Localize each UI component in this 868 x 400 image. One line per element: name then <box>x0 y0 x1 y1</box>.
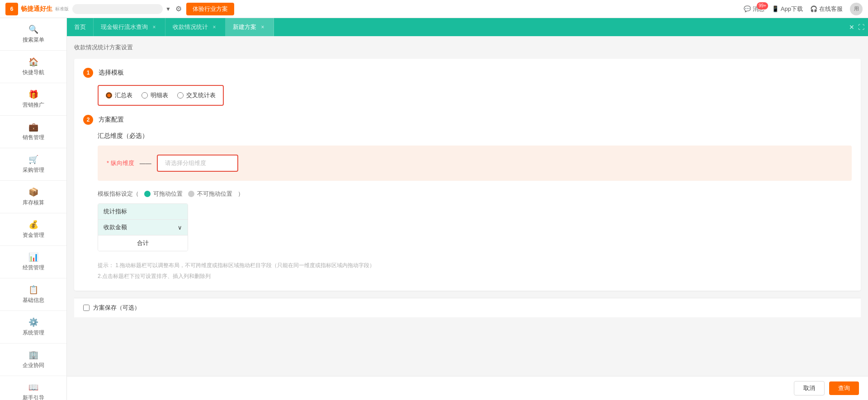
metrics-title-end: ） <box>238 190 244 198</box>
logo-icon: 6 <box>5 3 18 15</box>
top-header: 6 畅捷通好生 标准版 ▼ ⚙ 体验行业方案 💬 消息 99+ 📱 App下载 … <box>0 0 868 18</box>
metric-label-1: 合计 <box>137 240 149 246</box>
sidebar-item-search[interactable]: 🔍 搜索菜单 <box>0 18 66 51</box>
page-content: 收款情况统计方案设置 1 选择模板 汇总表 <box>67 36 868 376</box>
radio-summary[interactable]: 汇总表 <box>106 91 132 99</box>
download-label: App下载 <box>781 5 803 13</box>
sidebar-label-finance: 资金管理 <box>23 231 44 239</box>
sidebar-item-system[interactable]: ⚙️ 系统管理 <box>0 311 66 344</box>
radio-cross-input[interactable] <box>177 92 184 99</box>
step1-number: 1 <box>83 68 93 78</box>
template-section: 汇总表 明细表 交叉统计表 <box>98 85 224 106</box>
dimension-select[interactable]: 请选择分组维度 <box>157 155 238 172</box>
metrics-col-header: 统计指标 <box>98 204 188 220</box>
dimension-row: * 纵向维度 —— 请选择分组维度 <box>107 155 843 172</box>
system-icon: ⚙️ <box>28 317 38 327</box>
radio-summary-input[interactable] <box>106 92 112 99</box>
metrics-header: 模板指标设定（ 可拖动位置 不可拖动位置 ） <box>98 190 852 198</box>
step2-label: 方案配置 <box>99 116 124 124</box>
sales-icon: 💼 <box>28 122 38 132</box>
draggable-toggle: 可拖动位置 <box>144 190 183 198</box>
draggable-label: 可拖动位置 <box>153 190 183 198</box>
gear-button[interactable]: ⚙ <box>174 3 184 15</box>
sidebar-item-guide[interactable]: 📖 新手引导 <box>0 376 66 400</box>
metrics-config: 模板指标设定（ 可拖动位置 不可拖动位置 ） <box>98 190 852 253</box>
save-checkbox[interactable] <box>83 305 90 311</box>
logo-text: 畅捷通好生 <box>21 5 52 13</box>
radio-detail[interactable]: 明细表 <box>142 91 168 99</box>
download-icon: 📱 <box>772 5 779 12</box>
management-icon: 📊 <box>28 252 38 262</box>
sidebar-item-purchase[interactable]: 🛒 采购管理 <box>0 148 66 181</box>
message-icon: 💬 <box>744 5 751 12</box>
download-item[interactable]: 📱 App下载 <box>772 5 803 13</box>
search-dropdown-icon[interactable]: ▼ <box>165 6 171 12</box>
dimension-arrow: —— <box>140 160 151 167</box>
service-icon: 🎧 <box>810 5 817 12</box>
tab-receipts-label: 收款情况统计 <box>173 23 208 31</box>
service-label: 在线客服 <box>819 5 843 13</box>
save-section: 方案保存（可选） <box>74 298 861 317</box>
sidebar-label-search: 搜索菜单 <box>23 36 44 44</box>
tip-2: 2.点击标题栏下拉可设置排序、插入列和删除列 <box>98 271 852 282</box>
dimension-area: * 纵向维度 —— 请选择分组维度 <box>98 146 852 181</box>
metrics-item-0[interactable]: 收款金额 ∨ <box>98 220 188 235</box>
notifications-item[interactable]: 💬 消息 99+ <box>744 5 764 13</box>
user-avatar[interactable]: 用 <box>850 3 863 15</box>
marketing-icon: 🎁 <box>28 89 38 99</box>
radio-summary-label: 汇总表 <box>115 91 132 99</box>
radio-detail-input[interactable] <box>142 92 148 99</box>
sidebar-item-finance[interactable]: 💰 资金管理 <box>0 213 66 246</box>
sidebar-item-marketing[interactable]: 🎁 营销推广 <box>0 83 66 116</box>
step1-label: 选择模板 <box>99 69 124 77</box>
search-input[interactable] <box>72 4 163 14</box>
tab-cashflow[interactable]: 现金银行流水查询 × <box>94 18 165 36</box>
dimension-title: 汇总维度（必选） <box>98 132 852 140</box>
edition-label: 标准版 <box>55 6 69 12</box>
sidebar-label-purchase: 采购管理 <box>23 166 44 174</box>
sidebar-label-management: 经营管理 <box>23 264 44 272</box>
tip-1: 提示： 1.拖动标题栏可以调整布局，不可跨维度或指标区域拖动栏目字段（只能在同一… <box>98 260 852 271</box>
sidebar-item-enterprise[interactable]: 🏢 企业协同 <box>0 344 66 376</box>
tab-new-plan-close[interactable]: × <box>259 24 266 31</box>
vertical-dim-label: * 纵向维度 <box>107 159 134 167</box>
page-scroll-area: 收款情况统计方案设置 1 选择模板 汇总表 <box>67 36 868 400</box>
search-icon: 🔍 <box>28 24 38 34</box>
sidebar-label-sales: 销售管理 <box>23 134 44 141</box>
basics-icon: 📋 <box>28 285 38 295</box>
tab-receipts-close[interactable]: × <box>211 24 218 31</box>
sidebar-label-guide: 新手引导 <box>23 394 44 400</box>
metric-label-0: 收款金额 <box>104 223 127 231</box>
notifications-badge: 99+ <box>757 2 768 9</box>
sidebar-item-home[interactable]: 🏠 快捷导航 <box>0 51 66 83</box>
dimension-title-text: 汇总维度（必选） <box>98 132 148 140</box>
radio-cross[interactable]: 交叉统计表 <box>177 91 216 99</box>
industry-button[interactable]: 体验行业方案 <box>186 3 234 15</box>
radio-group: 汇总表 明细表 交叉统计表 <box>106 91 216 99</box>
tips-section: 提示： 1.拖动标题栏可以调整布局，不可跨维度或指标区域拖动栏目字段（只能在同一… <box>98 260 852 282</box>
service-item[interactable]: 🎧 在线客服 <box>810 5 843 13</box>
sidebar-item-management[interactable]: 📊 经营管理 <box>0 246 66 278</box>
sidebar-label-inventory: 库存核算 <box>23 199 44 207</box>
tab-home[interactable]: 首页 <box>67 18 94 36</box>
metric-chevron-0[interactable]: ∨ <box>178 224 182 231</box>
sidebar-item-basics[interactable]: 📋 基础信息 <box>0 278 66 311</box>
tab-receipts[interactable]: 收款情况统计 × <box>165 18 226 36</box>
draggable-dot <box>144 191 151 197</box>
query-button[interactable]: 查询 <box>829 381 859 395</box>
tab-new-plan[interactable]: 新建方案 × <box>226 18 274 36</box>
tab-home-label: 首页 <box>74 23 86 31</box>
header-search: ▼ ⚙ 体验行业方案 <box>72 3 744 15</box>
metrics-table: 统计指标 收款金额 ∨ 合计 <box>98 203 188 251</box>
metrics-item-1: 合计 <box>98 235 188 251</box>
non-draggable-toggle: 不可拖动位置 <box>188 190 232 198</box>
sidebar-item-sales[interactable]: 💼 销售管理 <box>0 116 66 148</box>
sidebar-item-inventory[interactable]: 📦 库存核算 <box>0 181 66 213</box>
inventory-icon: 📦 <box>28 187 38 197</box>
sidebar-label-home: 快捷导航 <box>23 69 44 76</box>
tab-cashflow-close[interactable]: × <box>151 24 158 31</box>
cancel-button[interactable]: 取消 <box>794 381 825 395</box>
header-right: 💬 消息 99+ 📱 App下载 🎧 在线客服 用 <box>744 3 863 15</box>
tab-close-all-button[interactable]: ✕ <box>849 24 854 31</box>
tab-expand-button[interactable]: ⛶ <box>858 24 864 31</box>
